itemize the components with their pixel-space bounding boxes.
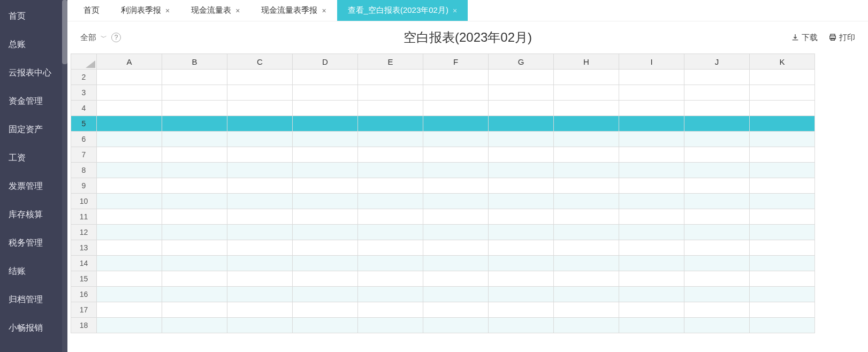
cell-J18[interactable]	[684, 318, 750, 333]
cell-A15[interactable]	[97, 271, 162, 287]
column-header-J[interactable]: J	[684, 54, 750, 70]
sidebar-scrollbar-thumb[interactable]	[62, 0, 67, 64]
cell-G15[interactable]	[489, 271, 554, 287]
cell-D5[interactable]	[293, 116, 358, 132]
cell-H5[interactable]	[554, 116, 619, 132]
cell-F3[interactable]	[423, 85, 489, 101]
cell-K16[interactable]	[750, 287, 815, 302]
cell-I11[interactable]	[619, 209, 684, 225]
cell-B15[interactable]	[162, 271, 227, 287]
cell-H11[interactable]	[554, 209, 619, 225]
row-header-17[interactable]: 17	[71, 302, 97, 318]
cell-A5[interactable]	[97, 116, 162, 132]
select-all-corner[interactable]	[71, 54, 97, 70]
row-header-7[interactable]: 7	[71, 147, 97, 163]
cell-J8[interactable]	[684, 163, 750, 178]
cell-K15[interactable]	[750, 271, 815, 287]
cell-D16[interactable]	[293, 287, 358, 302]
cell-E11[interactable]	[358, 209, 423, 225]
spreadsheet[interactable]: ABCDEFGHIJK23456789101112131415161718	[67, 53, 868, 352]
close-icon[interactable]: ×	[453, 6, 457, 15]
cell-E10[interactable]	[358, 194, 423, 209]
cell-B3[interactable]	[162, 85, 227, 101]
cell-E16[interactable]	[358, 287, 423, 302]
cell-J11[interactable]	[684, 209, 750, 225]
cell-D13[interactable]	[293, 240, 358, 256]
cell-F7[interactable]	[423, 147, 489, 163]
cell-K4[interactable]	[750, 101, 815, 116]
cell-F10[interactable]	[423, 194, 489, 209]
sidebar-item-2[interactable]: 云报表中心	[0, 59, 67, 87]
cell-A14[interactable]	[97, 256, 162, 271]
cell-E8[interactable]	[358, 163, 423, 178]
cell-E7[interactable]	[358, 147, 423, 163]
sidebar-item-3[interactable]: 资金管理	[0, 87, 67, 116]
cell-C9[interactable]	[227, 178, 293, 194]
cell-I9[interactable]	[619, 178, 684, 194]
cell-I4[interactable]	[619, 101, 684, 116]
cell-E15[interactable]	[358, 271, 423, 287]
cell-I3[interactable]	[619, 85, 684, 101]
cell-H3[interactable]	[554, 85, 619, 101]
cell-A17[interactable]	[97, 302, 162, 318]
cell-A11[interactable]	[97, 209, 162, 225]
column-header-C[interactable]: C	[227, 54, 293, 70]
cell-C2[interactable]	[227, 70, 293, 85]
cell-D8[interactable]	[293, 163, 358, 178]
cell-H10[interactable]	[554, 194, 619, 209]
cell-H2[interactable]	[554, 70, 619, 85]
cell-B6[interactable]	[162, 132, 227, 147]
cell-E14[interactable]	[358, 256, 423, 271]
cell-I8[interactable]	[619, 163, 684, 178]
cell-C5[interactable]	[227, 116, 293, 132]
sidebar-scrollbar-track[interactable]	[62, 0, 67, 352]
cell-D17[interactable]	[293, 302, 358, 318]
row-header-3[interactable]: 3	[71, 85, 97, 101]
cell-C17[interactable]	[227, 302, 293, 318]
cell-G7[interactable]	[489, 147, 554, 163]
cell-B7[interactable]	[162, 147, 227, 163]
cell-H4[interactable]	[554, 101, 619, 116]
row-header-9[interactable]: 9	[71, 178, 97, 194]
cell-F8[interactable]	[423, 163, 489, 178]
cell-I2[interactable]	[619, 70, 684, 85]
cell-F16[interactable]	[423, 287, 489, 302]
download-button[interactable]: 下载	[791, 33, 818, 43]
cell-H13[interactable]	[554, 240, 619, 256]
cell-B13[interactable]	[162, 240, 227, 256]
cell-J4[interactable]	[684, 101, 750, 116]
cell-J3[interactable]	[684, 85, 750, 101]
cell-I15[interactable]	[619, 271, 684, 287]
cell-G9[interactable]	[489, 178, 554, 194]
cell-G11[interactable]	[489, 209, 554, 225]
cell-J9[interactable]	[684, 178, 750, 194]
cell-I18[interactable]	[619, 318, 684, 333]
cell-F11[interactable]	[423, 209, 489, 225]
sidebar-item-0[interactable]: 首页	[0, 2, 67, 30]
row-header-15[interactable]: 15	[71, 271, 97, 287]
cell-D12[interactable]	[293, 225, 358, 240]
column-header-F[interactable]: F	[423, 54, 489, 70]
cell-K5[interactable]	[750, 116, 815, 132]
cell-D11[interactable]	[293, 209, 358, 225]
cell-J15[interactable]	[684, 271, 750, 287]
sidebar-item-9[interactable]: 结账	[0, 257, 67, 286]
cell-A7[interactable]	[97, 147, 162, 163]
cell-K12[interactable]	[750, 225, 815, 240]
cell-J12[interactable]	[684, 225, 750, 240]
cell-D18[interactable]	[293, 318, 358, 333]
cell-A18[interactable]	[97, 318, 162, 333]
cell-E12[interactable]	[358, 225, 423, 240]
cell-H12[interactable]	[554, 225, 619, 240]
cell-F9[interactable]	[423, 178, 489, 194]
column-header-I[interactable]: I	[619, 54, 684, 70]
cell-K2[interactable]	[750, 70, 815, 85]
close-icon[interactable]: ×	[235, 6, 240, 15]
cell-F18[interactable]	[423, 318, 489, 333]
cell-H7[interactable]	[554, 147, 619, 163]
sidebar-item-4[interactable]: 固定资产	[0, 116, 67, 144]
cell-K3[interactable]	[750, 85, 815, 101]
cell-K13[interactable]	[750, 240, 815, 256]
cell-B11[interactable]	[162, 209, 227, 225]
cell-A8[interactable]	[97, 163, 162, 178]
